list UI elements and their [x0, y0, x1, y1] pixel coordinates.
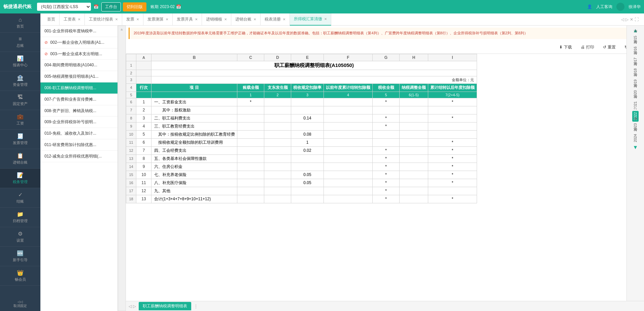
tab-home[interactable]: 首页	[43, 13, 60, 26]
year-2024[interactable]: 2024年	[632, 133, 639, 143]
cell-16-c3[interactable]: 0.05	[291, 179, 324, 187]
cell-16-c7[interactable]: *	[428, 179, 477, 187]
cell-17-c4[interactable]	[324, 187, 373, 195]
tab-invoice-calc-close[interactable]: ✕	[166, 18, 168, 21]
sidebar-item-member[interactable]: 👑 畅会员	[0, 266, 40, 286]
cell-17-num[interactable]: 12	[136, 187, 151, 195]
cell-18-c6[interactable]	[400, 195, 428, 203]
cell-10-label[interactable]: 其中：按税收规定比例扣除的职工教育经费	[151, 130, 237, 138]
workspace-button[interactable]: 工作台	[101, 2, 121, 11]
tab-invoice[interactable]: 发票 ✕	[122, 13, 143, 26]
reset-button[interactable]: ↺ 重置	[600, 43, 618, 51]
tab-invoice-open-close[interactable]: ✕	[195, 18, 198, 21]
cell-10-c3[interactable]: 0.08	[291, 130, 324, 138]
collapse-button[interactable]: «	[118, 26, 126, 311]
cell-7-c7[interactable]	[428, 106, 477, 114]
sidebar-item-inout[interactable]: 📋 进销台账	[0, 149, 40, 169]
list-item-010[interactable]: 010-免税、减收收入及加计...	[40, 128, 117, 139]
cell-12-c6[interactable]	[400, 146, 428, 154]
cell-11-c1[interactable]	[237, 138, 264, 146]
calendar-icon[interactable]: 📅	[94, 4, 99, 9]
cell-14-c7[interactable]: *	[428, 163, 477, 171]
tab-prev-icon[interactable]: ◁	[621, 17, 624, 22]
cell-9-label[interactable]: 三、职工教育经费支出	[151, 122, 237, 130]
company-selector[interactable]: (勾划) 江西股宝-LSS	[37, 3, 91, 11]
cell-12-c5[interactable]: *	[373, 146, 400, 154]
cell-6-label[interactable]: 一、工资薪金支出	[151, 98, 237, 106]
tab-payroll[interactable]: 工资表 ✕	[60, 13, 85, 26]
cell-11-c7[interactable]: *	[428, 138, 477, 146]
sheet-nav-left[interactable]: ◁	[129, 304, 132, 309]
cell-6-c4[interactable]	[324, 98, 373, 106]
cell-11-c6[interactable]	[400, 138, 428, 146]
print-button[interactable]: 🖨 打印	[578, 43, 597, 51]
cell-15-label[interactable]: 七、补充养老保险	[151, 171, 237, 179]
tab-invoice-open[interactable]: 发票开具 ✕	[173, 13, 202, 26]
cell-7-c1[interactable]	[237, 106, 264, 114]
year-2021[interactable]: 2021年	[632, 100, 639, 111]
cell-8-num[interactable]: 3	[136, 114, 151, 122]
sidebar-item-settings[interactable]: ⚙ 设置	[0, 227, 40, 247]
cell-16-num[interactable]: 11	[136, 179, 151, 187]
sidebar-item-tax[interactable]: 📝 税务管理	[0, 169, 40, 188]
cell-17-c1[interactable]	[237, 187, 264, 195]
cell-11-c5[interactable]	[373, 138, 400, 146]
cell-12-c3[interactable]: 0.02	[291, 146, 324, 154]
list-item-009[interactable]: 009-企业所得税弥补亏损明...	[40, 116, 117, 128]
sheet-options-icon[interactable]: ⋮	[194, 304, 198, 309]
cell-11-num[interactable]: 6	[136, 138, 151, 146]
cell-14-c6[interactable]	[400, 163, 428, 171]
cell-6-c7[interactable]: *	[428, 98, 477, 106]
sidebar-item-settle[interactable]: ✓ 结账	[0, 188, 40, 208]
cell-7-c2[interactable]	[264, 106, 291, 114]
list-item-003[interactable]: ⊘ 003-一般企业成本支出明细...	[40, 48, 117, 60]
cell-16-c4[interactable]	[324, 179, 373, 187]
cell-13-c2[interactable]	[264, 154, 291, 163]
list-item-011[interactable]: 011-研发费用加计扣除优惠...	[40, 139, 117, 151]
list-item-004[interactable]: 004-期间费用明细表(A1040...	[40, 60, 117, 71]
cancel-fixed-btn[interactable]: ◁◁ 取消固定	[0, 297, 40, 311]
spreadsheet-container[interactable]: A B C D E F G H I	[126, 54, 644, 301]
cell-10-c7[interactable]	[428, 130, 477, 138]
sidebar-item-archive[interactable]: 📁 归档管理	[0, 208, 40, 227]
cell-18-c4[interactable]	[324, 195, 373, 203]
cell-17-c7[interactable]	[428, 187, 477, 195]
cell-8-c1[interactable]	[237, 114, 264, 122]
year-2023[interactable]: 2023年	[632, 122, 639, 133]
cell-7-c3[interactable]	[291, 106, 324, 114]
cell-9-c3[interactable]	[291, 122, 324, 130]
sidebar-item-salary[interactable]: 💼 工资	[0, 110, 40, 130]
list-item-005[interactable]: 005-纳税调整项目明细表(A1...	[40, 71, 117, 82]
tab-invoice-calc[interactable]: 发票测算 ✕	[143, 13, 173, 26]
cell-9-c4[interactable]	[324, 122, 373, 130]
cell-13-c5[interactable]: *	[373, 154, 400, 163]
cell-18-c3[interactable]	[291, 195, 324, 203]
list-item-002[interactable]: ⊘ 002-一般企业收入明细表(A1...	[40, 37, 117, 48]
cell-10-num[interactable]: 5	[136, 130, 151, 138]
cell-10-c1[interactable]	[237, 130, 264, 138]
cell-10-c6[interactable]	[400, 130, 428, 138]
sidebar-item-report[interactable]: 📊 报表中心	[0, 52, 40, 71]
cell-15-num[interactable]: 10	[136, 171, 151, 179]
cell-7-c5[interactable]	[373, 106, 400, 114]
cell-11-c3[interactable]: 1	[291, 138, 324, 146]
tab-inout-ledger-close[interactable]: ✕	[253, 18, 256, 21]
cell-16-c1[interactable]	[237, 179, 264, 187]
cell-9-c6[interactable]	[400, 122, 428, 130]
cell-17-c3[interactable]	[291, 187, 324, 195]
cell-11-c2[interactable]	[264, 138, 291, 146]
cell-14-c5[interactable]: *	[373, 163, 400, 171]
cell-18-num[interactable]: 13	[136, 195, 151, 203]
cell-14-c1[interactable]	[237, 163, 264, 171]
cell-13-c3[interactable]	[291, 154, 324, 163]
list-item-006[interactable]: 006-职工薪酬纳税调整明细...	[40, 82, 117, 94]
sidebar-item-ledger[interactable]: ≡ 总账	[0, 33, 40, 52]
cell-17-c2[interactable]	[264, 187, 291, 195]
cell-18-c5[interactable]: *	[373, 195, 400, 203]
sheet-tab-active[interactable]: 职工薪酬纳税调整明细表	[139, 302, 191, 310]
cell-15-c7[interactable]: *	[428, 171, 477, 179]
cell-12-num[interactable]: 7	[136, 146, 151, 154]
cell-9-c5[interactable]: *	[373, 122, 400, 130]
cell-12-label[interactable]: 四、工会经费支出	[151, 146, 237, 154]
cell-16-c6[interactable]	[400, 179, 428, 187]
